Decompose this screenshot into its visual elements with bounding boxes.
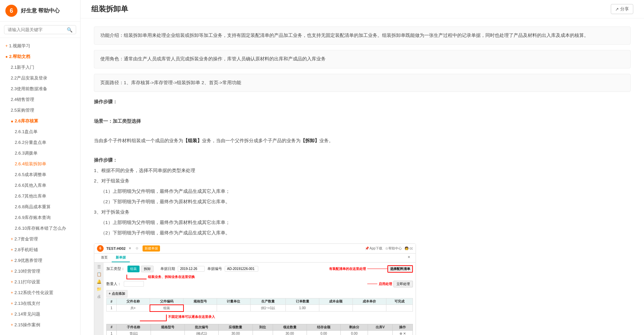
ss-annotation5-area: 不固定清单可以逐条在这里录入 — [106, 315, 413, 321]
ss-bth-ops: 操作 — [392, 324, 413, 330]
sidebar-item-cases[interactable]: + 2.15操作案例 — [0, 320, 80, 330]
sidebar-item-videos[interactable]: + 1.视频学习 — [0, 41, 80, 51]
nav-list: + 1.视频学习 ● 2.帮助文档 2.1新手入门 2.2产品安装及登录 2.3… — [0, 38, 80, 335]
annotation5-arrow — [140, 315, 167, 321]
sidebar-item-finance[interactable]: + 2.7资金管理 — [0, 234, 80, 244]
search-button[interactable]: 🔍 — [67, 27, 72, 33]
sidebar-item-stock3[interactable]: 2.6.3调拨单 — [0, 148, 80, 159]
plus-icon5: + — [11, 269, 13, 274]
plus-icon6: + — [11, 280, 13, 284]
sidebar-item-stock2[interactable]: 2.6.2分量盘点单 — [0, 137, 80, 148]
sidebar-item-stock6[interactable]: 2.6.6其他入库单 — [0, 180, 80, 191]
ss-bth-num: # — [107, 324, 117, 330]
ss-annotation3-area: 组装业务、拆卸业务在这里切换 — [106, 275, 413, 279]
sidebar-item-stock9[interactable]: 2.6.9库存账本查询 — [0, 212, 80, 223]
sidebar-item-mobile[interactable]: + 2.8手机旺铺 — [0, 244, 80, 255]
ss-docnum-input[interactable] — [225, 266, 258, 272]
ss-execute-btn[interactable]: 立即处理 — [393, 281, 413, 287]
annotation1-label: 有装配清单的在这里处理 — [329, 267, 366, 271]
sidebar-item-stock1[interactable]: 2.6.1盘点单 — [0, 126, 80, 137]
ss-annotation4-area: 启用处理 立即处理 — [367, 281, 413, 287]
annotation4-label: 启用处理 — [379, 282, 392, 286]
ss-upper-table: # 父件名称 父件编码 规格型号 计量单位 生产数量 订单数量 成本金额 成本单 — [106, 298, 413, 312]
ss-lower-table: # 子件名称 规格型号 批次编号 应领数量 到位 领走数量 结存金额 剩余分 — [106, 324, 413, 335]
ss-bth-taken: 领走数量 — [273, 324, 307, 330]
annotation1-line — [367, 269, 387, 269]
ss-type-btns: 组装 拆卸 — [127, 266, 154, 272]
sidebar-item-stock7[interactable]: 2.6.7其他出库单 — [0, 191, 80, 202]
ss-icon1: ☰ — [97, 265, 101, 269]
ss-bth-stock-amount: 结存金额 — [307, 324, 341, 330]
step3-1: （1）上部明细为父件明细，最终作为原材料生成其它出库单； — [94, 218, 631, 227]
sidebar-item-sales[interactable]: 2.4销售管理 — [0, 94, 80, 105]
screenshot-container: 6 TEST-H002 ▼ ⚙ 新建单据 📌 App下载 ☆帮助中心 🧑 cc … — [94, 243, 416, 335]
ss-icon2: 📋 — [97, 272, 102, 277]
share-button[interactable]: ↗ 分享 — [611, 4, 633, 14]
sidebar-item-stock10[interactable]: 2.6.10库存账本错了怎么办 — [0, 223, 80, 234]
step2: 2、对于组装业务 — [94, 176, 631, 185]
ss-divider1: ⚙ — [136, 246, 139, 250]
sidebar-item-coupon[interactable]: + 2.9优惠券管理 — [0, 255, 80, 266]
role-text: 使用角色：通常由生产人员或库管人员完成拆装业务的操作，库管人员确认原材料的出库和… — [100, 56, 326, 61]
ss-th-num: # — [107, 298, 117, 305]
ss-th-parent-code: 父件编码 — [150, 298, 183, 305]
ss-date-input[interactable] — [178, 266, 205, 272]
sidebar-item-ops[interactable]: + 2.10经营管理 — [0, 266, 80, 277]
scene1-desc: 当由多个子件材料组装成一个成品的业务为【组装】业务，当由一个父件拆分成多个子产品… — [94, 136, 631, 145]
sidebar-item-online[interactable]: + 2.13在线支付 — [0, 298, 80, 309]
sidebar-item-system[interactable]: + 2.12系统个性化设置 — [0, 287, 80, 298]
ss-th-cost: 成本金额 — [319, 298, 353, 305]
ss-th-order-qty: 订单数量 — [286, 298, 319, 305]
annotation5-label: 不固定清单可以逐条在这里录入 — [168, 315, 215, 319]
app-logo: 6 — [5, 5, 17, 17]
plus-icon2: + — [11, 237, 13, 241]
sidebar-item-purchase[interactable]: 2.5采购管理 — [0, 105, 80, 116]
ss-dropdown-icon: ▼ — [128, 246, 131, 250]
step3: 3、对于拆装业务 — [94, 208, 631, 217]
minus-icon: ● — [5, 54, 8, 59]
ss-tab-new[interactable]: 新单据 — [112, 254, 130, 262]
ss-type-label: 加工类型： — [106, 266, 125, 271]
sidebar-item-stock4[interactable]: 2.6.4组装拆卸单 — [0, 159, 80, 169]
ss-qty-input[interactable] — [124, 281, 144, 287]
ss-annotation1-area: 有装配清单的在这里处理 选择配料清单 — [329, 265, 413, 273]
ss-bth-arrived: 到位 — [253, 324, 273, 330]
ss-left-icons: ☰ 📋 🔔 📁 🖨 — [94, 263, 104, 335]
sidebar-item-stock5[interactable]: 2.6.5成本调整单 — [0, 169, 80, 180]
ss-logo: 6 — [97, 245, 104, 252]
ss-th-unit: 计量单位 — [217, 298, 250, 305]
intro-text: 功能介绍：组装拆卸单用来处理企业组装或拆卸等加工业务，支持有固定装配清单的产品加… — [100, 33, 589, 38]
ss-icon4: 📁 — [97, 287, 102, 291]
sidebar-item-print[interactable]: + 2.11打印设置 — [0, 277, 80, 287]
sidebar-item-install[interactable]: 2.2产品安装及登录 — [0, 73, 80, 83]
search-box: 🔍 — [0, 22, 80, 38]
path-block: 页面路径：1、库存核算->库存管理->组装拆卸单 2、首页->常用功能 — [94, 74, 631, 92]
ss-type-disassemble-btn[interactable]: 拆卸 — [141, 266, 154, 272]
step1: 1、根据不同的业务，选择不同单据的类型来处理 — [94, 166, 631, 175]
sidebar-item-new[interactable]: 2.1新手入门 — [0, 62, 80, 73]
steps-subtitle: 操作步骤： — [94, 156, 631, 165]
ss-tab-home[interactable]: 首页 — [97, 254, 112, 262]
ss-addrow-btn[interactable]: + 点击添加 — [106, 290, 127, 297]
ss-new-btn[interactable]: 新建单据 — [143, 245, 160, 252]
plus-icon: + — [5, 44, 8, 48]
share-icon: ↗ — [615, 7, 619, 12]
step2-2: （2）下部明细为子件明细，最终作为原材料生成其它出库单。 — [94, 197, 631, 206]
ss-bth-batch: 批次编号 — [184, 324, 218, 330]
sidebar-item-stock[interactable]: ● 2.6库存核算 — [0, 116, 80, 126]
ss-th-spec: 规格型号 — [183, 298, 217, 305]
sidebar-item-stock8[interactable]: 2.6.8商品成本重算 — [0, 202, 80, 212]
ss-type-assemble-btn[interactable]: 组装 — [127, 266, 140, 272]
ss-icon5: 🖨 — [97, 294, 101, 299]
ss-bth-required: 应领数量 — [219, 324, 253, 330]
sidebar-item-docs[interactable]: ● 2.帮助文档 — [0, 51, 80, 62]
sidebar-item-data[interactable]: 2.3使用前数据准备 — [0, 83, 80, 94]
ss-main-form: 加工类型： 组装 拆卸 单据日期 单据编号 — [104, 263, 416, 335]
plus-icon4: + — [11, 258, 13, 263]
ss-th-parent-name: 父件名称 — [116, 298, 150, 305]
search-input[interactable] — [4, 25, 76, 34]
ss-config-btn[interactable]: 选择配料清单 — [387, 265, 413, 273]
ss-form-row1: 加工类型： 组装 拆卸 单据日期 单据编号 — [106, 265, 413, 273]
sidebar-item-faq[interactable]: + 2.14常见问题 — [0, 309, 80, 320]
scene1-title: 场景一：加工类型选择 — [94, 117, 631, 126]
